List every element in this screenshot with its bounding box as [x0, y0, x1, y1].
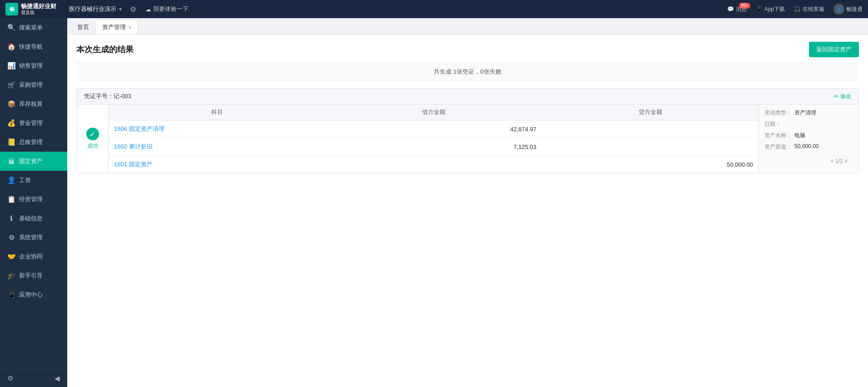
- table-row: 1606 固定资产清理 42,874.97: [109, 120, 759, 138]
- pagination[interactable]: < 1/1 >: [764, 154, 853, 168]
- td-credit-2: 50,000.00: [542, 157, 759, 173]
- right-panel-label-date: 日期：: [764, 120, 781, 128]
- trial-area: ☁ 我要体验一下: [145, 5, 188, 13]
- th-credit: 贷方金额: [542, 104, 759, 120]
- sidebar-item-basic-info[interactable]: ℹ 基础信息: [0, 209, 67, 228]
- sidebar-label-quick-nav: 快捷导航: [19, 43, 43, 51]
- table-row: 1601 固定资产 50,000.00: [109, 156, 759, 173]
- logo-text: 畅捷通好业财 普及版: [21, 3, 56, 15]
- app-download-label: App下载: [764, 5, 785, 13]
- company-name: 医疗器械行业演示: [69, 5, 116, 13]
- sidebar-label-management: 经营管理: [19, 195, 43, 203]
- purchase-icon: 🛒: [7, 81, 15, 89]
- voucher-table: 科目 借方金额 贷方金额 1606 固定资产清理 42,874.97 1: [109, 104, 759, 173]
- sidebar-item-fixed-assets[interactable]: 🏛 固定资产: [0, 152, 67, 171]
- sidebar-label-inventory: 库存核算: [19, 100, 43, 108]
- voucher-no: 凭证字号：记-003: [84, 92, 131, 100]
- tab-home[interactable]: 首页: [73, 20, 94, 34]
- tab-close-icon[interactable]: ×: [129, 25, 131, 30]
- sidebar-item-capital[interactable]: 💰 资金管理: [0, 114, 67, 133]
- sidebar-item-salary[interactable]: 👤 工资: [0, 171, 67, 190]
- fixed-assets-icon: 🏛: [7, 158, 15, 165]
- sidebar-item-search-menu[interactable]: 🔍 搜索菜单: [0, 18, 67, 37]
- voucher-area: 凭证字号：记-003 ✏ 修改 ✓ 成功: [76, 88, 859, 174]
- messages-badge: 99+: [739, 3, 750, 9]
- right-panel-row-name: 资产名称： 电脑: [764, 132, 853, 139]
- subject-link-1[interactable]: 1602 累计折旧: [114, 143, 153, 150]
- td-debit-2: [325, 160, 542, 169]
- home-icon: 🏠: [7, 43, 15, 51]
- app-download-button[interactable]: 📱 App下载: [756, 5, 785, 13]
- tab-asset-management-label: 资产管理: [102, 23, 126, 31]
- page-header: 本次生成的结果 返回固定资产: [67, 35, 868, 63]
- trial-label[interactable]: 我要体验一下: [153, 5, 188, 13]
- td-credit-1: [542, 142, 759, 151]
- edit-link[interactable]: ✏ 修改: [834, 93, 851, 100]
- guide-icon: 🎓: [7, 272, 15, 280]
- management-icon: 📋: [7, 195, 15, 203]
- sidebar-item-ledger[interactable]: 📒 总账管理: [0, 133, 67, 152]
- sidebar-item-app-center[interactable]: 📱 应用中心: [0, 285, 67, 304]
- voucher-no-label: 凭证字号：: [84, 93, 114, 99]
- company-selector[interactable]: 医疗器械行业演示 ▼: [69, 5, 123, 13]
- sidebar-item-guide[interactable]: 🎓 新手引导: [0, 266, 67, 285]
- sidebar-item-quick-nav[interactable]: 🏠 快捷导航: [0, 37, 67, 56]
- sidebar-scroll: 🔍 搜索菜单 🏠 快捷导航 📊 销售管理 🛒 采购管理 📦 库存核算 💰: [0, 18, 67, 369]
- success-text: 成功: [87, 142, 98, 150]
- voucher-no-value: 记-003: [114, 93, 131, 99]
- voucher-header: 凭证字号：记-003 ✏ 修改: [77, 89, 858, 104]
- sidebar-label-ledger: 总账管理: [19, 138, 43, 146]
- sidebar-label-salary: 工资: [19, 176, 31, 184]
- sidebar-label-fixed-assets: 固定资产: [19, 157, 43, 165]
- logo: 畅 畅捷通好业财 普及版: [5, 3, 56, 15]
- logo-icon: 畅: [5, 3, 18, 15]
- messages-button[interactable]: 💬 消息 99+: [727, 5, 747, 13]
- edit-label: 修改: [840, 93, 851, 100]
- enterprise-icon: 🤝: [7, 253, 15, 261]
- capital-icon: 💰: [7, 119, 15, 127]
- customer-service-button[interactable]: 🎧 在线客服: [794, 5, 824, 13]
- settings-icon[interactable]: ⚙: [130, 5, 136, 14]
- sidebar-item-purchase[interactable]: 🛒 采购管理: [0, 75, 67, 94]
- main-layout: 🔍 搜索菜单 🏠 快捷导航 📊 销售管理 🛒 采购管理 📦 库存核算 💰: [0, 18, 868, 387]
- message-icon: 💬: [727, 6, 734, 12]
- sidebar-item-system[interactable]: ⚙ 系统管理: [0, 228, 67, 247]
- sidebar-item-sales[interactable]: 📊 销售管理: [0, 56, 67, 75]
- td-debit-1: 7,125.03: [325, 139, 542, 155]
- sidebar: 🔍 搜索菜单 🏠 快捷导航 📊 销售管理 🛒 采购管理 📦 库存核算 💰: [0, 18, 67, 387]
- status-column: ✓ 成功: [77, 104, 109, 173]
- tabbar: 首页 资产管理 ×: [67, 18, 868, 35]
- user-area[interactable]: 👤 畅捷通: [833, 4, 863, 15]
- basic-info-icon: ℹ: [7, 214, 15, 223]
- right-panel-row-type: 变动类型： 资产清理: [764, 109, 853, 117]
- th-subject: 科目: [109, 104, 325, 120]
- sidebar-label-app-center: 应用中心: [19, 291, 43, 299]
- sidebar-settings-icon[interactable]: ⚙: [7, 374, 13, 382]
- sidebar-label-guide: 新手引导: [19, 272, 43, 280]
- subject-link-0[interactable]: 1606 固定资产清理: [114, 125, 164, 132]
- summary-text: 共生成 1张凭证，0张失败: [434, 68, 501, 75]
- tab-home-label: 首页: [77, 23, 89, 31]
- sidebar-item-inventory[interactable]: 📦 库存核算: [0, 94, 67, 114]
- subject-link-2[interactable]: 1601 固定资产: [114, 161, 153, 168]
- right-panel-label-original-value: 资产原值：: [764, 143, 792, 151]
- sidebar-bottom: ⚙ ◀: [0, 369, 67, 387]
- sidebar-label-basic-info: 基础信息: [19, 214, 43, 223]
- td-debit-0: 42,874.97: [325, 121, 542, 137]
- right-panel-row-date: 日期：: [764, 120, 853, 128]
- voucher-content: ✓ 成功 科目 借方金额 贷方金额 1606 固定资产清理: [77, 104, 858, 173]
- td-subject-1: 1602 累计折旧: [109, 138, 325, 155]
- sidebar-label-purchase: 采购管理: [19, 81, 43, 89]
- tab-asset-management[interactable]: 资产管理 ×: [95, 20, 138, 34]
- table-header: 科目 借方金额 贷方金额: [109, 104, 759, 120]
- sidebar-label-search-menu: 搜索菜单: [19, 24, 43, 32]
- sidebar-item-enterprise[interactable]: 🤝 企业协同: [0, 247, 67, 266]
- cloud-icon: ☁: [145, 6, 151, 13]
- search-icon: 🔍: [7, 24, 15, 32]
- sidebar-collapse-icon[interactable]: ◀: [55, 374, 60, 382]
- topbar: 畅 畅捷通好业财 普及版 医疗器械行业演示 ▼ ⚙ ☁ 我要体验一下 💬 消息 …: [0, 0, 868, 18]
- back-to-fixed-assets-button[interactable]: 返回固定资产: [809, 42, 859, 57]
- sidebar-item-management[interactable]: 📋 经营管理: [0, 190, 67, 209]
- app-center-icon: 📱: [7, 291, 15, 299]
- right-panel-label-type: 变动类型：: [764, 109, 792, 117]
